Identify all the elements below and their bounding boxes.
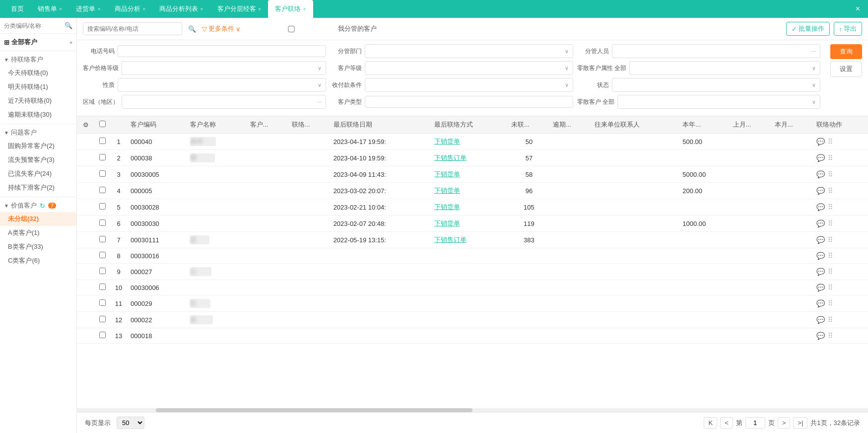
sidebar-search-icon[interactable]: 🔍 [65,22,72,29]
tab-customer-contact[interactable]: 客户联络 × [268,0,313,18]
contact-icon-3[interactable]: 💬 [816,187,825,195]
export-button[interactable]: ↑ 导出 [834,22,863,36]
row-checkbox-4[interactable] [99,203,106,210]
pending-contact-group[interactable]: ▼ 待联络客户 [0,53,76,66]
tab-customer-segment[interactable]: 客户分层经客 × [210,0,268,18]
row-checkbox-2[interactable] [99,170,106,177]
sidebar-item-tomorrow[interactable]: 明天待联络(1) [0,80,76,94]
row-check-3[interactable] [95,183,110,199]
more-action-icon-10[interactable]: ⠿ [828,299,833,307]
sidebar-item-group-a[interactable]: A类客户(1) [0,226,76,240]
tab-sales[interactable]: 销售单 × [31,0,69,18]
contact-icon-5[interactable]: 💬 [816,219,825,227]
close-purchase-tab-icon[interactable]: × [97,6,100,12]
tab-home[interactable]: 首页 [4,0,31,18]
horizontal-scrollbar[interactable] [77,408,868,412]
contact-icon-7[interactable]: 💬 [816,252,825,260]
sidebar-item-inactive[interactable]: 持续下滑客户(2) [0,181,76,195]
row-checkbox-12[interactable] [99,332,106,338]
sidebar-item-lost[interactable]: 已流失客户(24) [0,167,76,181]
more-action-icon-11[interactable]: ⠿ [828,316,833,324]
sidebar-item-loss-warning[interactable]: 流失预警客户(3) [0,153,76,167]
more-action-icon-6[interactable]: ⠿ [828,236,833,244]
filter-payment-select[interactable]: ∨ [365,78,573,92]
reset-button[interactable]: 设置 [830,61,862,77]
contact-icon-11[interactable]: 💬 [816,316,825,324]
per-page-select[interactable]: 50 100 200 [117,417,144,429]
more-action-icon-9[interactable]: ⠿ [828,284,833,291]
row-checkbox-6[interactable] [99,236,106,242]
more-action-icon-8[interactable]: ⠿ [828,268,833,276]
collapse-sidebar-icon[interactable]: « [69,39,72,45]
row-check-8[interactable] [95,264,110,280]
filter-retail-customer-select[interactable]: ∨ [617,95,820,109]
more-conditions-button[interactable]: ▽ 更多条件 ∨ [202,24,241,33]
more-action-icon-5[interactable]: ⠿ [828,219,833,227]
filter-nature-select[interactable]: ∨ [118,78,326,92]
row-check-6[interactable] [95,232,110,248]
value-customers-group[interactable]: ▼ 价值客户 ↻ 7 [0,199,76,212]
close-goods-analysis-list-tab-icon[interactable]: × [200,6,203,12]
nav-close-all-button[interactable]: × [852,4,864,13]
scrollbar-thumb[interactable] [156,408,472,412]
contact-icon-10[interactable]: 💬 [816,299,825,307]
sidebar-item-overdue[interactable]: 逾期未联络(30) [0,108,76,122]
filter-retail-attr-select[interactable]: ∨ [629,61,820,75]
filter-region-select[interactable]: ··· [122,95,326,109]
tab-purchase[interactable]: 进货单 × [69,0,107,18]
contact-icon-1[interactable]: 💬 [816,154,825,162]
filter-customer-level-select[interactable]: ∨ [365,61,573,75]
search-input[interactable] [83,22,182,35]
col-check-all[interactable] [95,116,110,134]
row-checkbox-1[interactable] [99,154,106,160]
check-all-input[interactable] [99,121,106,127]
row-check-9[interactable] [95,280,110,295]
filter-dept-select[interactable]: ∨ [365,44,573,58]
row-check-4[interactable] [95,199,110,216]
my-customers-check-input[interactable] [247,26,336,32]
row-check-11[interactable] [95,312,110,328]
close-goods-analysis-tab-icon[interactable]: × [142,6,145,12]
sidebar-item-group-b[interactable]: B类客户(33) [0,240,76,254]
sidebar-item-abnormal[interactable]: 固购异常客户(2) [0,139,76,153]
filter-search-icon[interactable]: 🔍 [188,25,196,33]
prev-page-button[interactable]: < [720,417,733,429]
col-gear[interactable]: ⚙ [77,116,95,134]
filter-manager-select[interactable]: ··· [612,44,820,58]
more-action-icon-12[interactable]: ⠿ [828,332,833,340]
contact-icon-2[interactable]: 💬 [816,170,825,178]
close-customer-segment-tab-icon[interactable]: × [258,6,261,12]
close-sales-tab-icon[interactable]: × [59,6,62,12]
sidebar-item-near7[interactable]: 近7天待联络(0) [0,94,76,108]
contact-icon-8[interactable]: 💬 [816,268,825,276]
more-action-icon-4[interactable]: ⠿ [828,203,833,211]
row-checkbox-11[interactable] [99,316,106,322]
more-action-icon-3[interactable]: ⠿ [828,187,833,195]
row-checkbox-5[interactable] [99,219,106,226]
sidebar-search-input[interactable] [4,22,63,29]
row-checkbox-9[interactable] [99,284,106,290]
first-page-button[interactable]: K [704,417,717,429]
refresh-icon[interactable]: ↻ [40,202,45,210]
row-checkbox-3[interactable] [99,187,106,193]
row-check-10[interactable] [95,295,110,312]
contact-icon-0[interactable]: 💬 [816,138,825,145]
contact-icon-4[interactable]: 💬 [816,203,825,211]
problem-customers-group[interactable]: ▼ 问题客户 [0,126,76,139]
sidebar-all-customers-header[interactable]: ⊞ 全部客户 « [0,34,76,49]
row-checkbox-0[interactable] [99,138,106,144]
row-check-0[interactable] [95,134,110,150]
sidebar-item-no-group[interactable]: 未分组(32) [0,212,76,226]
contact-icon-6[interactable]: 💬 [816,236,825,244]
close-customer-contact-tab-icon[interactable]: × [303,6,306,12]
more-action-icon-2[interactable]: ⠿ [828,170,833,178]
filter-price-level-select[interactable]: ∨ [122,61,326,75]
my-customers-checkbox[interactable]: 我分管的客户 [247,24,377,33]
filter-phone-input[interactable] [118,45,326,57]
more-action-icon-7[interactable]: ⠿ [828,252,833,260]
row-check-2[interactable] [95,166,110,183]
row-check-7[interactable] [95,248,110,264]
next-page-button[interactable]: > [778,417,791,429]
sidebar-item-group-c[interactable]: C类客户(6) [0,254,76,268]
tab-goods-analysis[interactable]: 商品分析 × [108,0,152,18]
